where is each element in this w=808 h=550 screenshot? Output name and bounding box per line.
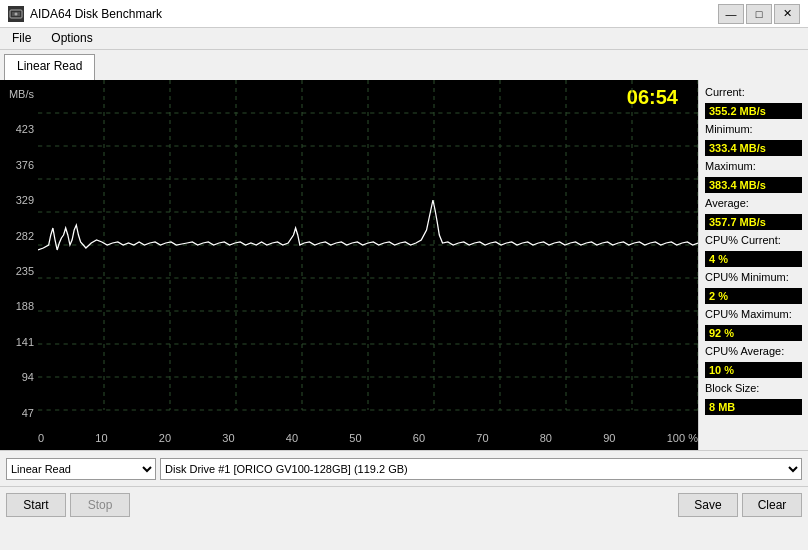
y-label-47: 47 — [4, 407, 34, 419]
tab-linear-read[interactable]: Linear Read — [4, 54, 95, 80]
x-label-0: 0 — [38, 432, 44, 448]
x-label-40: 40 — [286, 432, 298, 448]
y-label-141: 141 — [4, 336, 34, 348]
cpu-minimum-label: CPU% Minimum: — [705, 271, 802, 283]
cpu-maximum-value: 92 % — [705, 325, 802, 341]
close-button[interactable]: ✕ — [774, 4, 800, 24]
chart-area: 06:54 — [38, 80, 698, 450]
chart-container: MB/s 423 376 329 282 235 188 141 94 47 0… — [0, 80, 698, 450]
save-button[interactable]: Save — [678, 493, 738, 517]
clear-button[interactable]: Clear — [742, 493, 802, 517]
cpu-average-label: CPU% Average: — [705, 345, 802, 357]
y-label-423: 423 — [4, 123, 34, 135]
cpu-average-value: 10 % — [705, 362, 802, 378]
start-button[interactable]: Start — [6, 493, 66, 517]
menu-file[interactable]: File — [4, 30, 39, 47]
minimum-value: 333.4 MB/s — [705, 140, 802, 156]
minimum-label: Minimum: — [705, 123, 802, 135]
minimize-button[interactable]: — — [718, 4, 744, 24]
action-bar: Start Stop Save Clear — [0, 486, 808, 522]
x-label-60: 60 — [413, 432, 425, 448]
y-label-282: 282 — [4, 230, 34, 242]
cpu-maximum-label: CPU% Maximum: — [705, 308, 802, 320]
y-label-329: 329 — [4, 194, 34, 206]
maximize-button[interactable]: □ — [746, 4, 772, 24]
x-axis: 0 10 20 30 40 50 60 70 80 90 100 % — [38, 430, 698, 450]
app-icon — [8, 6, 24, 22]
block-size-value: 8 MB — [705, 399, 802, 415]
tab-bar: Linear Read — [0, 50, 808, 80]
cpu-current-value: 4 % — [705, 251, 802, 267]
x-label-10: 10 — [95, 432, 107, 448]
title-bar-controls[interactable]: — □ ✕ — [718, 4, 800, 24]
title-bar: AIDA64 Disk Benchmark — □ ✕ — [0, 0, 808, 28]
x-label-30: 30 — [222, 432, 234, 448]
average-label: Average: — [705, 197, 802, 209]
window-title: AIDA64 Disk Benchmark — [30, 7, 162, 21]
cpu-current-label: CPU% Current: — [705, 234, 802, 246]
y-label-376: 376 — [4, 159, 34, 171]
cpu-minimum-value: 2 % — [705, 288, 802, 304]
x-label-70: 70 — [476, 432, 488, 448]
svg-point-2 — [15, 12, 18, 15]
chart-svg — [38, 80, 698, 430]
stop-button[interactable]: Stop — [70, 493, 130, 517]
main-area: MB/s 423 376 329 282 235 188 141 94 47 0… — [0, 80, 808, 450]
x-label-20: 20 — [159, 432, 171, 448]
stats-panel: Current: 355.2 MB/s Minimum: 333.4 MB/s … — [698, 80, 808, 450]
y-label-94: 94 — [4, 371, 34, 383]
current-label: Current: — [705, 86, 802, 98]
current-value: 355.2 MB/s — [705, 103, 802, 119]
y-label-188: 188 — [4, 300, 34, 312]
title-bar-left: AIDA64 Disk Benchmark — [8, 6, 162, 22]
x-label-90: 90 — [603, 432, 615, 448]
average-value: 357.7 MB/s — [705, 214, 802, 230]
x-label-100: 100 % — [667, 432, 698, 448]
y-axis: MB/s 423 376 329 282 235 188 141 94 47 — [0, 80, 38, 450]
drive-select[interactable]: Disk Drive #1 [ORICO GV100-128GB] (119.2… — [160, 458, 802, 480]
x-label-80: 80 — [540, 432, 552, 448]
y-label-235: 235 — [4, 265, 34, 277]
x-label-50: 50 — [349, 432, 361, 448]
test-select[interactable]: Linear Read Linear Write Random Read Ran… — [6, 458, 156, 480]
bottom-controls: Linear Read Linear Write Random Read Ran… — [0, 450, 808, 486]
y-label-mbs: MB/s — [4, 88, 34, 100]
menu-bar: File Options — [0, 28, 808, 50]
maximum-label: Maximum: — [705, 160, 802, 172]
block-size-label: Block Size: — [705, 382, 802, 394]
menu-options[interactable]: Options — [43, 30, 100, 47]
maximum-value: 383.4 MB/s — [705, 177, 802, 193]
